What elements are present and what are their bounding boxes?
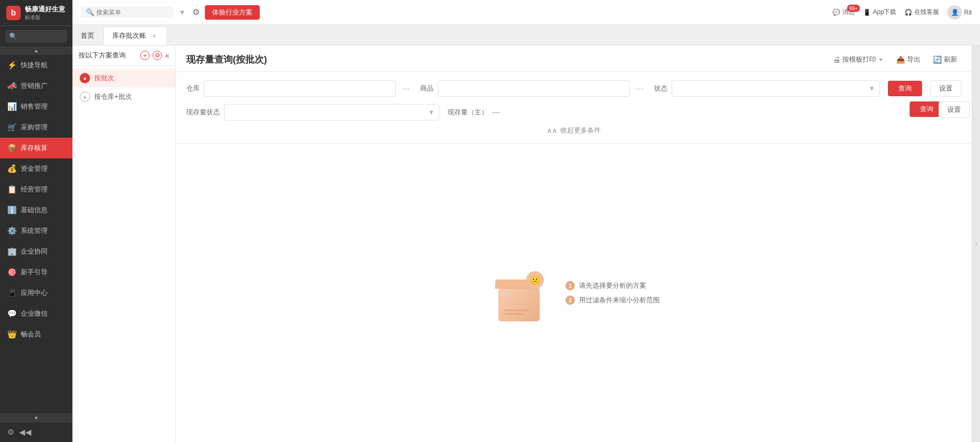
export-btn[interactable]: 📤 导出	[892, 53, 925, 66]
scheme-collapse-icon[interactable]: «	[165, 51, 169, 60]
right-toggle-icon: ›	[975, 240, 977, 247]
empty-inner: 😕 1 请先选择要分析的方案 2 用过滤条件来缩小分析范围	[488, 262, 660, 324]
messages-btn[interactable]: 💬 消息 99+	[833, 8, 855, 17]
sidebar-item-finance[interactable]: 💰 资金管理	[0, 158, 72, 179]
page-header-actions: 🖨 按模板打印 ▼ 📤 导出 🔄 刷新 查询 设置	[829, 53, 961, 66]
user-area[interactable]: 👤 Rit	[947, 5, 972, 20]
status-field: 状态 ▼	[654, 80, 880, 97]
stock-status-select[interactable]: ▼	[224, 104, 439, 121]
scheme-settings-icon[interactable]: ⚙	[153, 51, 162, 60]
apps-icon: 📱	[7, 288, 17, 298]
print-label: 按模板打印	[842, 55, 876, 64]
page-title: 现存量查询(按批次)	[186, 53, 267, 66]
sidebar-item-quick-nav[interactable]: ⚡ 快捷导航	[0, 55, 72, 76]
topbar-search-icon: 🔍	[86, 8, 94, 16]
empty-line-2	[503, 313, 524, 315]
tab-home[interactable]: 首页	[72, 26, 102, 45]
avatar-placeholder: 👤	[951, 9, 959, 16]
sidebar-item-member[interactable]: 👑 畅会员	[0, 324, 72, 345]
sidebar-item-ops[interactable]: 📋 经营管理	[0, 179, 72, 200]
sidebar: b 畅康通好生意 标准版 🔍 ▲ ⚡ 快捷导航 📣 营销推广 📊 销售管理 🛒 …	[0, 0, 72, 442]
sidebar-item-marketing[interactable]: 📣 营销推广	[0, 76, 72, 96]
app-download-btn[interactable]: 📱 App下载	[863, 8, 896, 17]
sidebar-item-basic[interactable]: ℹ️ 基础信息	[0, 200, 72, 220]
sidebar-item-sales[interactable]: 📊 销售管理	[0, 96, 72, 117]
topbar-search-input[interactable]	[96, 9, 158, 16]
app-version: 标准版	[25, 14, 65, 21]
print-dropdown-icon[interactable]: ▼	[878, 56, 884, 63]
warehouse-label: 仓库	[186, 84, 200, 93]
empty-box-body	[498, 288, 540, 321]
tab-close-btn[interactable]: ×	[150, 32, 158, 40]
settings-icon[interactable]: ⚙	[7, 428, 14, 437]
filter-settings-btn[interactable]: 设置	[930, 80, 961, 97]
topbar-gear-icon[interactable]: ⚙	[192, 7, 200, 17]
product-field: 商品 ···	[420, 80, 646, 97]
product-input[interactable]	[438, 80, 630, 97]
scheme-item-by-batch[interactable]: ● 按批次	[72, 69, 175, 87]
right-panel-toggle[interactable]: ›	[972, 46, 980, 442]
sidebar-bottom: ⚙ ◀◀	[0, 422, 72, 442]
product-label: 商品	[420, 84, 434, 93]
nav-label-finance: 资金管理	[21, 164, 48, 173]
content-area: 按以下方案查询 + ⚙ « ● 按批次 ● 按仓库+批次	[72, 46, 980, 442]
scheme-panel-title: 按以下方案查询	[79, 51, 126, 60]
stock-status-field: 现存量状态 ▼	[186, 104, 439, 121]
scheme-item-by-warehouse-batch[interactable]: ● 按仓库+批次	[72, 87, 175, 106]
nav-label-inventory: 库存核算	[21, 143, 48, 153]
empty-state: 😕 1 请先选择要分析的方案 2 用过滤条件来缩小分析范围	[176, 144, 972, 442]
newbie-icon: 🎯	[7, 268, 17, 277]
tab-batch-account[interactable]: 库存批次账 ×	[103, 26, 167, 45]
product-dots-btn[interactable]: ···	[634, 83, 646, 94]
nav-label-wx: 企业微信	[21, 309, 48, 318]
nav-label-ops: 经营管理	[21, 185, 48, 194]
sidebar-item-system[interactable]: ⚙️ 系统管理	[0, 220, 72, 241]
warehouse-input[interactable]	[204, 80, 396, 97]
sidebar-item-purchase[interactable]: 🛒 采购管理	[0, 117, 72, 138]
system-icon: ⚙️	[7, 226, 17, 235]
nav-label-apps: 应用中心	[21, 288, 48, 298]
online-service-btn[interactable]: 🎧 在线客服	[904, 8, 939, 17]
empty-line-1	[503, 310, 529, 311]
page-header: 现存量查询(按批次) 🖨 按模板打印 ▼ 📤 导出 🔄 刷新	[176, 46, 972, 72]
topbar-chevron-icon[interactable]: ▼	[179, 9, 185, 16]
sidebar-item-apps[interactable]: 📱 应用中心	[0, 283, 72, 303]
query-submit-btn[interactable]: 查询	[888, 81, 922, 96]
scheme-by-warehouse-batch-label: 按仓库+批次	[94, 92, 132, 101]
nav-label-marketing: 营销推广	[21, 81, 48, 91]
scheme-by-batch-icon: ●	[80, 73, 90, 83]
scheme-panel-header: 按以下方案查询 + ⚙ «	[72, 46, 175, 66]
nav-label-member: 畅会员	[21, 330, 41, 339]
empty-tip-1: 1 请先选择要分析的方案	[566, 281, 660, 290]
sidebar-item-inventory[interactable]: 📦 库存核算	[0, 138, 72, 158]
sidebar-search-bar[interactable]: 🔍	[5, 30, 67, 42]
member-icon: 👑	[7, 330, 17, 339]
collapse-row[interactable]: ∧∧ 收起更多条件	[186, 126, 961, 135]
stock-status-dropdown-icon: ▼	[428, 109, 435, 116]
settings-btn[interactable]: 设置	[939, 101, 970, 118]
topbar-search-bar[interactable]: 🔍	[81, 6, 174, 18]
refresh-btn[interactable]: 🔄 刷新	[929, 53, 961, 66]
inventory-icon: 📦	[7, 143, 17, 153]
industry-btn[interactable]: 体验行业方案	[205, 5, 260, 20]
sidebar-item-corp[interactable]: 🏢 企业协同	[0, 241, 72, 262]
quick-nav-icon: ⚡	[7, 61, 17, 70]
tip-num-2: 2	[566, 296, 575, 305]
warehouse-dots-btn[interactable]: ···	[400, 83, 412, 94]
sidebar-scroll-down[interactable]: ▼	[0, 414, 72, 422]
avatar: 👤	[947, 5, 962, 20]
finance-icon: 💰	[7, 164, 17, 173]
sidebar-item-newbie[interactable]: 🎯 新手引导	[0, 262, 72, 283]
sidebar-item-wx[interactable]: 💬 企业微信	[0, 303, 72, 324]
status-select[interactable]: ▼	[672, 80, 880, 97]
sidebar-collapse-icon[interactable]: ◀◀	[19, 428, 32, 437]
tabbar: 首页 库存批次账 ×	[72, 25, 980, 46]
sidebar-scroll-up[interactable]: ▲	[0, 47, 72, 55]
warehouse-field: 仓库 ···	[186, 80, 412, 97]
message-icon: 💬	[833, 9, 840, 16]
app-title-block: 畅康通好生意 标准版	[25, 5, 65, 21]
refresh-label: 刷新	[944, 55, 957, 64]
tip-text-1: 请先选择要分析的方案	[579, 281, 646, 290]
scheme-add-icon[interactable]: +	[140, 51, 150, 60]
print-btn[interactable]: 🖨 按模板打印 ▼	[829, 53, 888, 66]
